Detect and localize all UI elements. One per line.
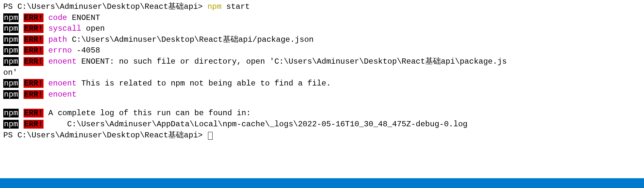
err-tag: ERR! bbox=[24, 79, 44, 88]
terminal-line-err: npm ERR! enoent bbox=[3, 89, 641, 100]
err-tag: ERR! bbox=[24, 35, 44, 44]
npm-tag: npm bbox=[3, 120, 19, 129]
terminal-line-err: npm ERR! syscall open bbox=[3, 23, 641, 34]
cmd-args: start bbox=[221, 2, 250, 11]
prompt-arrow: > bbox=[198, 2, 207, 11]
log-msg: A complete log of this run can be found … bbox=[44, 109, 251, 118]
ps-prefix: PS bbox=[3, 131, 17, 140]
status-bar[interactable] bbox=[0, 178, 644, 188]
err-tag: ERR! bbox=[24, 120, 44, 129]
npm-tag: npm bbox=[3, 24, 19, 33]
err-val-part2: on' bbox=[3, 68, 17, 77]
err-val: -4058 bbox=[72, 46, 100, 55]
err-val: ENOENT bbox=[67, 13, 100, 22]
npm-tag: npm bbox=[3, 109, 19, 118]
err-tag: ERR! bbox=[24, 90, 44, 99]
cursor-icon bbox=[208, 132, 213, 140]
terminal-line-prompt-current[interactable]: PS C:\Users\Adminuser\Desktop\React基础api… bbox=[3, 130, 641, 141]
err-val-part1: ENOENT: no such file or directory, open … bbox=[77, 57, 507, 66]
terminal-line-err: npm ERR! errno -4058 bbox=[3, 45, 641, 56]
npm-tag: npm bbox=[3, 79, 19, 88]
npm-tag: npm bbox=[3, 57, 19, 66]
err-tag: ERR! bbox=[24, 109, 44, 118]
terminal-line-err: npm ERR! code ENOENT bbox=[3, 12, 641, 24]
err-key: syscall bbox=[48, 24, 81, 33]
err-key: code bbox=[48, 13, 67, 22]
prompt-arrow: > bbox=[198, 131, 207, 140]
err-key: errno bbox=[48, 46, 72, 55]
terminal-line-prompt[interactable]: PS C:\Users\Adminuser\Desktop\React基础api… bbox=[3, 1, 641, 12]
terminal-line-log: npm ERR! A complete log of this run can … bbox=[3, 108, 641, 119]
cwd-path: C:\Users\Adminuser\Desktop\React基础api bbox=[17, 131, 198, 140]
err-val: open bbox=[81, 24, 105, 33]
err-val: This is related to npm not being able to… bbox=[77, 79, 331, 88]
blank-line bbox=[3, 100, 641, 108]
ps-prefix: PS bbox=[3, 2, 17, 11]
log-path: C:\Users\Adminuser\AppData\Local\npm-cac… bbox=[44, 120, 467, 129]
err-tag: ERR! bbox=[24, 13, 44, 22]
err-tag: ERR! bbox=[24, 57, 44, 66]
cwd-path: C:\Users\Adminuser\Desktop\React基础api bbox=[17, 2, 198, 11]
err-key: path bbox=[48, 35, 67, 44]
terminal-line-err: npm ERR! enoent This is related to npm n… bbox=[3, 78, 641, 89]
err-val: C:\Users\Adminuser\Desktop\React基础api/pa… bbox=[67, 35, 314, 44]
terminal-line-logpath: npm ERR! C:\Users\Adminuser\AppData\Loca… bbox=[3, 119, 641, 130]
err-key: enoent bbox=[48, 79, 77, 88]
err-key: enoent bbox=[48, 57, 77, 66]
err-key: enoent bbox=[48, 90, 77, 99]
cmd-npm: npm bbox=[207, 2, 221, 11]
terminal-line-err: npm ERR! path C:\Users\Adminuser\Desktop… bbox=[3, 34, 641, 45]
npm-tag: npm bbox=[3, 35, 19, 44]
npm-tag: npm bbox=[3, 90, 19, 99]
terminal-line-err-wrap: npm ERR! enoent ENOENT: no such file or … bbox=[3, 56, 641, 67]
npm-tag: npm bbox=[3, 13, 19, 22]
err-tag: ERR! bbox=[24, 46, 44, 55]
terminal-line-err-wrap-cont: on' bbox=[3, 67, 641, 78]
npm-tag: npm bbox=[3, 46, 19, 55]
err-tag: ERR! bbox=[24, 24, 44, 33]
